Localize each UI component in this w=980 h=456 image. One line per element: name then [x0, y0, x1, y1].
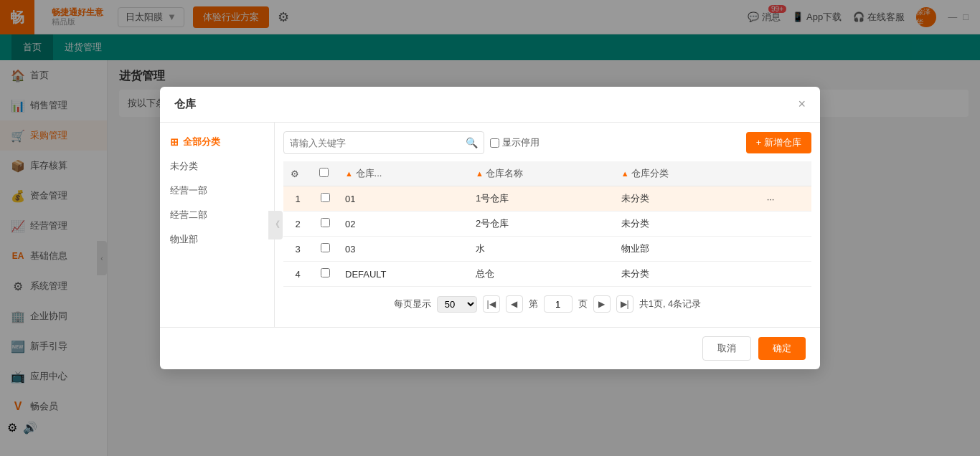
th-actions	[760, 161, 811, 186]
table-row[interactable]: 1 01 1号仓库 未分类 ···	[283, 186, 811, 212]
row-checkbox[interactable]	[321, 193, 330, 202]
row-name: 总仓	[468, 262, 614, 287]
th-code: ▲ 仓库...	[338, 161, 468, 186]
warehouse-modal: 仓库 × ⊞ 全部分类 未分类 经营一部 经营二部 物业部 《	[160, 87, 820, 369]
add-warehouse-button[interactable]: + 新增仓库	[746, 132, 811, 153]
pagination: 每页显示 50 10 20 100 |◀ ◀ 第 页 ▶ ▶| 共1页, 4条记…	[283, 287, 811, 318]
row-num: 4	[283, 262, 312, 287]
th-name: ▲ 仓库名称	[468, 161, 614, 186]
row-checkbox-cell[interactable]	[312, 262, 338, 287]
row-name: 1号仓库	[468, 186, 614, 212]
table-row[interactable]: 4 DEFAULT 总仓 未分类	[283, 262, 811, 287]
row-code: DEFAULT	[338, 262, 468, 287]
table-row[interactable]: 3 03 水 物业部	[283, 237, 811, 262]
warehouse-table: ⚙ ▲ 仓库... ▲ 仓库名称	[283, 161, 811, 287]
category-panel: ⊞ 全部分类 未分类 经营一部 经营二部 物业部 《	[160, 123, 275, 327]
modal-close-button[interactable]: ×	[798, 97, 806, 112]
select-all-checkbox[interactable]	[319, 168, 329, 177]
table-row[interactable]: 2 02 2号仓库 未分类	[283, 212, 811, 237]
category-item-operations2[interactable]: 经营二部	[160, 203, 274, 227]
sort-icon-cat[interactable]: ▲	[621, 169, 629, 178]
row-category: 未分类	[614, 186, 760, 212]
row-name: 水	[468, 237, 614, 262]
table-panel: 🔍 显示停用 + 新增仓库 ⚙	[275, 123, 820, 327]
modal-overlay: 仓库 × ⊞ 全部分类 未分类 经营一部 经营二部 物业部 《	[0, 0, 980, 456]
row-checkbox[interactable]	[321, 243, 330, 252]
page-number-input[interactable]	[544, 295, 573, 313]
category-collapse-button[interactable]: 《	[268, 211, 283, 239]
category-item-property[interactable]: 物业部	[160, 227, 274, 252]
row-code: 01	[338, 186, 468, 212]
row-actions[interactable]	[760, 262, 811, 287]
cancel-button[interactable]: 取消	[702, 336, 751, 361]
modal-footer: 取消 确定	[160, 327, 820, 369]
row-num: 2	[283, 212, 312, 237]
th-checkbox[interactable]	[312, 161, 338, 186]
row-actions[interactable]	[760, 237, 811, 262]
row-actions[interactable]	[760, 212, 811, 237]
modal-title: 仓库	[174, 98, 196, 111]
row-code: 03	[338, 237, 468, 262]
page-size-select[interactable]: 50 10 20 100	[437, 296, 477, 313]
sort-icon-name[interactable]: ▲	[476, 169, 484, 178]
disabled-checkbox[interactable]	[490, 138, 499, 148]
row-actions[interactable]: ···	[760, 186, 811, 212]
table-body: 1 01 1号仓库 未分类 ··· 2 02 2	[283, 186, 811, 287]
first-page-button[interactable]: |◀	[483, 295, 500, 313]
sort-icon[interactable]: ▲	[345, 169, 353, 178]
row-num: 1	[283, 186, 312, 212]
search-input[interactable]	[290, 138, 466, 148]
next-page-button[interactable]: ▶	[593, 295, 611, 313]
confirm-button[interactable]: 确定	[758, 337, 806, 360]
row-checkbox[interactable]	[321, 218, 330, 227]
row-checkbox-cell[interactable]	[312, 186, 338, 212]
row-name: 2号仓库	[468, 212, 614, 237]
search-icon: 🔍	[466, 137, 478, 148]
row-category: 未分类	[614, 262, 760, 287]
category-all[interactable]: ⊞ 全部分类	[160, 130, 274, 154]
row-category: 未分类	[614, 212, 760, 237]
row-code: 02	[338, 212, 468, 237]
category-item-operations1[interactable]: 经营一部	[160, 179, 274, 203]
row-checkbox[interactable]	[321, 268, 330, 277]
row-checkbox-cell[interactable]	[312, 237, 338, 262]
th-settings[interactable]: ⚙	[283, 161, 312, 186]
category-item-unclassified[interactable]: 未分类	[160, 154, 274, 179]
prev-page-button[interactable]: ◀	[506, 295, 523, 313]
show-disabled-checkbox[interactable]: 显示停用	[490, 136, 540, 149]
th-category: ▲ 仓库分类	[614, 161, 760, 186]
grid-icon: ⊞	[170, 136, 179, 148]
table-header: ⚙ ▲ 仓库... ▲ 仓库名称	[283, 161, 811, 186]
modal-header: 仓库 ×	[160, 87, 820, 123]
modal-body: ⊞ 全部分类 未分类 经营一部 经营二部 物业部 《 🔍	[160, 123, 820, 327]
total-info: 共1页, 4条记录	[639, 298, 702, 310]
row-category: 物业部	[614, 237, 760, 262]
search-box: 🔍	[283, 131, 484, 154]
last-page-button[interactable]: ▶|	[616, 295, 633, 313]
row-checkbox-cell[interactable]	[312, 212, 338, 237]
row-num: 3	[283, 237, 312, 262]
table-container: ⚙ ▲ 仓库... ▲ 仓库名称	[283, 161, 811, 287]
table-toolbar: 🔍 显示停用 + 新增仓库	[283, 131, 811, 154]
